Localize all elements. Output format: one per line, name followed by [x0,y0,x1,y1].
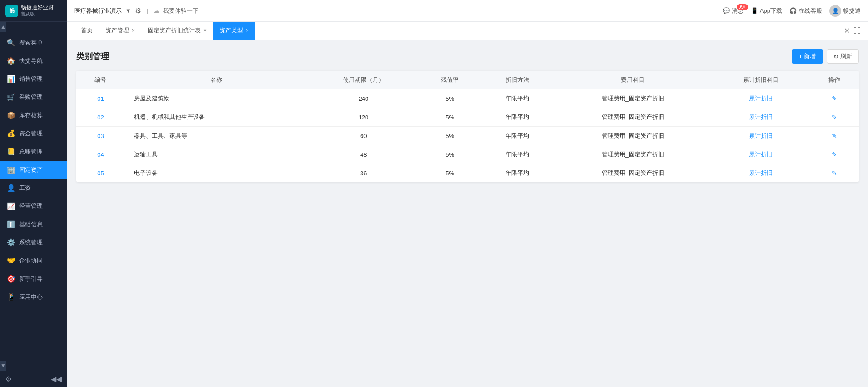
tab-fixed-asset-stat[interactable]: 固定资产折旧统计表× [141,22,213,40]
col-header: 折旧方法 [481,71,555,89]
tab-home[interactable]: 首页 [74,22,99,40]
sidebar-item-quick-nav[interactable]: 🏠 快捷导航 [0,52,67,70]
industry-title: 医疗器械行业演示 [74,7,122,15]
scroll-down[interactable]: ▼ [0,361,6,371]
row-name: 机器、机械和其他生产设备 [125,108,308,127]
sidebar-item-sales[interactable]: 📊 销售管理 [0,70,67,88]
tab-close-asset-type[interactable]: × [246,27,249,34]
row-id[interactable]: 02 [76,108,125,127]
sidebar-item-enterprise[interactable]: 🤝 企业协同 [0,252,67,270]
row-expense: 管理费用_固定资产折旧 [555,89,711,108]
sidebar-item-capital[interactable]: 💰 资金管理 [0,124,67,143]
col-header: 累计折旧科目 [711,71,810,89]
row-accumulated[interactable]: 累计折旧 [711,108,810,127]
tab-close-window-icon[interactable]: ✕ [844,26,850,35]
row-period: 48 [308,145,419,164]
col-header: 名称 [125,71,308,89]
row-id[interactable]: 04 [76,145,125,164]
sidebar-item-fixed-asset[interactable]: 🏢 固定资产 [0,161,67,179]
scroll-up-arrow[interactable]: ▲ [0,24,6,30]
row-expense: 管理费用_固定资产折旧 [555,127,711,145]
sidebar-label-purchase: 采购管理 [19,93,43,101]
logo-icon: 畅 [5,5,18,17]
fixed-asset-icon: 🏢 [6,165,15,174]
tab-label-asset-type: 资产类型 [219,26,243,35]
sidebar-item-search[interactable]: 🔍 搜索菜单 [0,34,67,52]
sidebar-item-guide[interactable]: 🎯 新手引导 [0,270,67,288]
app-download-btn[interactable]: 📱 App下载 [751,7,782,15]
row-accumulated[interactable]: 累计折旧 [711,89,810,108]
row-id[interactable]: 01 [76,89,125,108]
sidebar-label-app-center: 应用中心 [19,293,43,301]
online-service-btn[interactable]: 🎧 在线客服 [789,7,822,15]
scroll-down-arrow[interactable]: ▼ [0,362,6,369]
table-row: 02 机器、机械和其他生产设备 120 5% 年限平均 管理费用_固定资产折旧 … [76,108,859,127]
tab-asset-type[interactable]: 资产类型× [213,22,255,40]
purchase-icon: 🛒 [6,93,15,102]
row-accumulated[interactable]: 累计折旧 [711,127,810,145]
experience-btn[interactable]: 我要体验一下 [163,7,198,15]
operations-icon: 📈 [6,202,15,211]
capital-icon: 💰 [6,129,15,138]
row-residual: 5% [419,108,481,127]
sidebar-item-basic-info[interactable]: ℹ️ 基础信息 [0,215,67,233]
sidebar-item-ledger[interactable]: 📒 总账管理 [0,143,67,161]
edit-icon[interactable]: ✎ [832,95,837,102]
sidebar-label-fixed-asset: 固定资产 [19,166,43,174]
inventory-icon: 📦 [6,111,15,120]
topbar-divider: | [147,7,148,14]
row-accumulated[interactable]: 累计折旧 [711,145,810,164]
table-row: 05 电子设备 36 5% 年限平均 管理费用_固定资产折旧 累计折旧 ✎ [76,164,859,183]
sidebar-item-operations[interactable]: 📈 经营管理 [0,197,67,215]
sidebar-label-search: 搜索菜单 [19,39,43,47]
page-actions: + 新增 ↻ 刷新 [792,49,859,64]
tab-close-asset-mgmt[interactable]: × [132,27,135,34]
refresh-button[interactable]: ↻ 刷新 [827,49,859,64]
sidebar-label-enterprise: 企业协同 [19,257,43,265]
table-row: 03 器具、工具、家具等 60 5% 年限平均 管理费用_固定资产折旧 累计折旧… [76,127,859,145]
row-method: 年限平均 [481,89,555,108]
search-icon: 🔍 [6,38,15,47]
edit-icon[interactable]: ✎ [832,114,837,121]
headset-icon: 🎧 [789,7,797,14]
row-expense: 管理费用_固定资产折旧 [555,164,711,183]
user-btn[interactable]: 👤 畅捷通 [829,5,861,17]
settings-icon[interactable]: ⚙ [5,375,12,383]
sidebar-item-inventory[interactable]: 📦 库存核算 [0,106,67,124]
sidebar-item-purchase[interactable]: 🛒 采购管理 [0,88,67,106]
new-button[interactable]: + 新增 [792,49,823,64]
enterprise-icon: 🤝 [6,256,15,265]
row-residual: 5% [419,127,481,145]
edit-icon[interactable]: ✎ [832,151,837,158]
tab-close-fixed-asset-stat[interactable]: × [203,27,207,34]
industry-dropdown-icon[interactable]: ▼ [125,7,131,14]
tab-expand-icon[interactable]: ⛶ [853,27,861,35]
row-accumulated[interactable]: 累计折旧 [711,164,810,183]
table-row: 04 运输工具 48 5% 年限平均 管理费用_固定资产折旧 累计折旧 ✎ [76,145,859,164]
sidebar-item-system[interactable]: ⚙️ 系统管理 [0,233,67,252]
page-title: 类别管理 [76,51,109,62]
sidebar-item-app-center[interactable]: 📱 应用中心 [0,288,67,306]
sidebar-nav: 🔍 搜索菜单 🏠 快捷导航 📊 销售管理 🛒 采购管理 📦 库存核算 💰 资金管… [0,32,67,361]
edit-icon[interactable]: ✎ [832,132,837,139]
avatar: 👤 [829,5,841,17]
row-residual: 5% [419,89,481,108]
tab-asset-mgmt[interactable]: 资产管理× [99,22,141,40]
scroll-up[interactable]: ▲ [0,22,6,32]
salary-icon: 👤 [6,184,15,193]
topbar-left: 医疗器械行业演示 ▼ ⚙ | ☁ 我要体验一下 [74,6,198,15]
row-id[interactable]: 05 [76,164,125,183]
col-header: 费用科目 [555,71,711,89]
collapse-icon[interactable]: ◀◀ [51,375,62,383]
phone-icon: 📱 [751,7,758,14]
col-header: 操作 [810,71,859,89]
row-name: 房屋及建筑物 [125,89,308,108]
system-icon: ⚙️ [6,238,15,247]
edit-icon[interactable]: ✎ [832,169,837,177]
row-name: 器具、工具、家具等 [125,127,308,145]
topbar-settings-icon[interactable]: ⚙ [135,6,141,15]
sidebar-item-salary[interactable]: 👤 工资 [0,179,67,197]
row-id[interactable]: 03 [76,127,125,145]
row-period: 36 [308,164,419,183]
message-btn[interactable]: 💬 消息 99+ [723,7,744,15]
